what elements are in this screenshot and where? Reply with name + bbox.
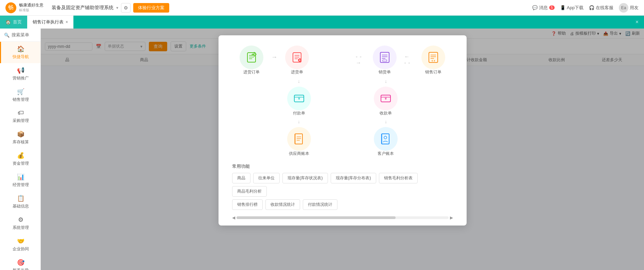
cf-btn-counterparty[interactable]: 往来单位 xyxy=(253,173,280,183)
sidebar-item-label-enterprise: 企业协同 xyxy=(13,246,29,252)
operations-icon: 📊 xyxy=(17,173,24,181)
trial-button[interactable]: 体验行业方案 xyxy=(133,3,169,13)
sidebar-item-enterprise[interactable]: 🤝 企业协同 xyxy=(0,234,40,255)
sidebar-item-label-purchase: 采购管理 xyxy=(13,118,29,124)
cf-btn-goods[interactable]: 商品 xyxy=(232,173,250,183)
flow-col-xiaohuo-single: 销货单 xyxy=(365,46,404,75)
user-menu-button[interactable]: Ea 用友 xyxy=(619,3,639,13)
scroll-right-icon[interactable]: ▶ xyxy=(450,215,453,220)
logo: 畅 畅康通好生意 标准版 xyxy=(5,2,46,13)
tab-home-label: 首页 xyxy=(13,19,22,25)
sidebar-item-label-system: 系统管理 xyxy=(13,225,29,231)
flow-col-shoukuan: ¥ 收款单 xyxy=(366,87,406,116)
flow-label-jinghuo-single: 进货单 xyxy=(291,69,303,75)
system-icon: ⚙ xyxy=(18,216,23,223)
sidebar-item-new-guide[interactable]: 🎯 新手引导 xyxy=(0,255,40,270)
cf-btn-inventory-status[interactable]: 现存量(库存状况表) xyxy=(282,173,328,183)
flow-node-jinghuo-order[interactable] xyxy=(240,46,263,69)
flow-label-fukuan: 付款单 xyxy=(293,110,305,116)
search-menu-button[interactable]: 🔍 搜索菜单 xyxy=(0,29,40,42)
cf-row-2: 销售排行榜 收款情况统计 付款情况统计 xyxy=(232,199,453,210)
flow-node-jinghuo-single[interactable] xyxy=(285,46,309,69)
nav-tabs: 🏠 首页 销售订单执行表 × × xyxy=(0,16,644,29)
sidebar-item-inventory[interactable]: 📦 库存核算 xyxy=(0,127,40,148)
search-icon: 🔍 xyxy=(4,33,10,38)
online-service-button[interactable]: 🎧 在线客服 xyxy=(589,5,613,11)
flow-node-xiaoshou-order[interactable] xyxy=(421,46,445,69)
scrollbar-track[interactable] xyxy=(237,216,449,219)
flow-col-supplier-book: 供应商账本 xyxy=(279,127,319,157)
logo-text: 畅康通好生意 xyxy=(19,3,43,8)
svg-rect-26 xyxy=(295,134,302,144)
cf-btn-sales-profit[interactable]: 销售毛利分析表 xyxy=(379,173,418,183)
new-guide-icon: 🎯 xyxy=(17,259,24,266)
flow-node-customer-book[interactable] xyxy=(374,127,398,151)
base-info-icon: 📋 xyxy=(17,195,24,202)
global-close-button[interactable]: × xyxy=(633,19,641,25)
flow-node-shoukuan[interactable]: ¥ xyxy=(374,87,398,110)
cf-title: 常用功能 xyxy=(232,163,453,169)
cf-btn-goods-profit[interactable]: 商品毛利分析 xyxy=(232,186,267,197)
sidebar-item-sales[interactable]: 🛒 销售管理 xyxy=(0,85,40,106)
system-title-area: 装备及固定资产辅助管理系统 ▾ ⚙ 体验行业方案 xyxy=(52,3,532,13)
sidebar-item-label-new-guide: 新手引导 xyxy=(13,268,29,270)
enterprise-icon: 🤝 xyxy=(17,237,24,245)
flow-node-fukuan[interactable]: ¥ xyxy=(287,87,311,110)
popup-overlay: 进货订单 → xyxy=(41,29,644,270)
flow-col-xiaoshou-order: 销售订单 xyxy=(414,46,453,75)
tab-home[interactable]: 🏠 首页 xyxy=(0,16,27,29)
arrow-dashed-1: - - → xyxy=(356,54,365,66)
arrow-down-xiaohuo: ↓ xyxy=(385,78,387,84)
tab-sales-order[interactable]: 销售订单执行表 × xyxy=(27,16,73,29)
quick-nav-icon: 🏠 xyxy=(17,45,24,53)
cf-row-1: 商品 往来单位 现存量(库存状况表) 现存量(库存分布表) 销售毛利分析表 商品… xyxy=(232,173,453,197)
gear-button[interactable]: ⚙ xyxy=(121,3,130,13)
top-bar: 畅 畅康通好生意 标准版 装备及固定资产辅助管理系统 ▾ ⚙ 体验行业方案 💬 … xyxy=(0,0,644,16)
common-functions: 常用功能 商品 往来单位 现存量(库存状况表) 现存量(库存分布表) 销售毛利分… xyxy=(232,163,453,210)
sidebar-item-label-sales: 销售管理 xyxy=(13,97,29,103)
flow-col-jinghuo-single: 进货单 xyxy=(277,46,316,75)
flow-node-xiaohuo-single[interactable] xyxy=(373,46,397,69)
sidebar-item-label-base-info: 基础信息 xyxy=(13,203,29,209)
message-button[interactable]: 💬 消息 5 xyxy=(532,5,555,11)
svg-rect-15 xyxy=(383,60,387,61)
popup-scrollbar: ◀ ▶ xyxy=(232,215,453,220)
sidebar-item-label-marketing: 营销推广 xyxy=(13,75,29,81)
arrow-down-shoukuan: ↓ xyxy=(385,119,387,124)
svg-rect-16 xyxy=(429,52,438,62)
cf-btn-payment-stats[interactable]: 付款情况统计 xyxy=(303,199,337,210)
topbar-right: 💬 消息 5 📱 App下载 🎧 在线客服 Ea 用友 xyxy=(532,3,639,13)
arrow-dashed-2: ← - - xyxy=(404,54,414,66)
cf-btn-sales-rank[interactable]: 销售排行榜 xyxy=(232,199,263,210)
sidebar-item-quick-nav[interactable]: 🏠 快捷导航 xyxy=(0,42,40,63)
cf-btn-receipt-stats[interactable]: 收款情况统计 xyxy=(265,199,300,210)
dropdown-arrow-icon[interactable]: ▾ xyxy=(116,5,118,10)
marketing-icon: 📢 xyxy=(17,67,24,74)
tab-close-icon[interactable]: × xyxy=(66,20,68,24)
svg-rect-27 xyxy=(294,134,296,144)
logo-icon: 畅 xyxy=(5,2,16,13)
arrow-right-1: → xyxy=(271,54,277,61)
flow-arrows-down: ↓ ↓ xyxy=(232,77,453,85)
home-icon: 🏠 xyxy=(5,20,11,25)
sidebar-item-operations[interactable]: 📊 经营管理 xyxy=(0,170,40,191)
sidebar: 🔍 搜索菜单 🏠 快捷导航 📢 营销推广 🛒 销售管理 🏷 采购管理 📦 库存核… xyxy=(0,29,41,270)
sidebar-item-system[interactable]: ⚙ 系统管理 xyxy=(0,213,40,234)
sidebar-item-finance[interactable]: 💰 资金管理 xyxy=(0,148,40,170)
flow-label-supplier-book: 供应商账本 xyxy=(289,151,309,157)
flow-row-3: 供应商账本 客户账本 xyxy=(232,127,453,157)
sidebar-item-label-inventory: 库存核算 xyxy=(13,139,29,145)
arrow-down-fukuan: ↓ xyxy=(298,119,300,124)
sidebar-item-label-operations: 经营管理 xyxy=(13,182,29,188)
sidebar-item-marketing[interactable]: 📢 营销推广 xyxy=(0,63,40,85)
sidebar-item-purchase[interactable]: 🏷 采购管理 xyxy=(0,106,40,127)
app-download-button[interactable]: 📱 App下载 xyxy=(560,5,584,11)
scroll-left-icon[interactable]: ◀ xyxy=(232,215,235,220)
sidebar-item-base-info[interactable]: 📋 基础信息 xyxy=(0,191,40,213)
cf-btn-inventory-dist[interactable]: 现存量(库存分布表) xyxy=(331,173,376,183)
flow-node-supplier-book[interactable] xyxy=(287,127,311,151)
svg-rect-32 xyxy=(381,134,382,144)
main-layout: 🔍 搜索菜单 🏠 快捷导航 📢 营销推广 🛒 销售管理 🏷 采购管理 📦 库存核… xyxy=(0,29,644,270)
scrollbar-thumb xyxy=(237,216,396,219)
flow-col-jinghuo-order: 进货订单 xyxy=(232,46,271,75)
